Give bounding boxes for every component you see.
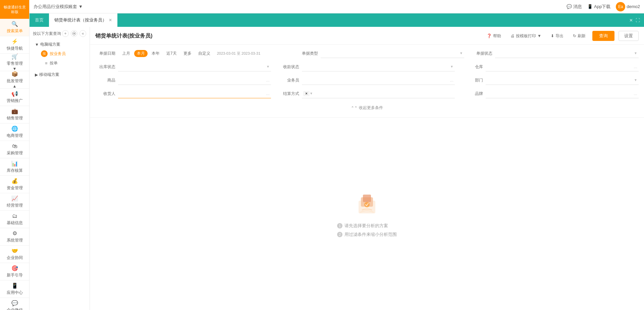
- sidebar-item-retail[interactable]: 🛒 零售管理 ▼: [0, 54, 29, 71]
- add-scheme-btn[interactable]: +: [62, 30, 69, 37]
- collapse-label: 收起更多条件: [359, 105, 383, 111]
- date-btn-lastmonth[interactable]: 上月: [119, 50, 133, 57]
- scheme-child-salesperson[interactable]: 按 按业务员: [33, 49, 86, 59]
- wholesale-arrow: ▲: [13, 84, 17, 89]
- retail-icon: 🛒: [11, 53, 18, 60]
- sidebar-item-appcenter[interactable]: 📱 应用中心: [0, 280, 29, 298]
- scheme-child-order[interactable]: ≡ 按单: [33, 59, 86, 68]
- date-btn-custom[interactable]: 自定义: [196, 50, 213, 57]
- tab-home[interactable]: 首页: [30, 13, 49, 27]
- sidebar-item-basic-label: 基础信息: [7, 220, 23, 226]
- empty-tips: 1 请先选择要分析的方案 2 用过滤条件来缩小分析范围: [337, 223, 397, 238]
- sidebar-item-inventory[interactable]: 📊 库存核算: [0, 158, 29, 176]
- consignee-input[interactable]: [119, 91, 266, 97]
- app-name-dropdown[interactable]: 办公用品行业模拟账套 ▼: [34, 4, 83, 10]
- payment-control[interactable]: ▼: [302, 62, 455, 71]
- edit-scheme-btn[interactable]: [71, 30, 77, 37]
- settlement-control[interactable]: × ▼: [302, 89, 455, 98]
- tip-text-1: 请先选择要分析的方案: [344, 223, 388, 229]
- tab-sales-stats-label: 销货单统计表（按业务员）: [54, 17, 107, 23]
- sidebar-item-wholesale-label: 批发管理: [7, 78, 23, 84]
- main-area: 办公用品行业模拟账套 ▼ 💬 消息 📱 App下载 Ea demo2 首页 销货…: [30, 0, 644, 310]
- brand-more[interactable]: …: [634, 92, 637, 96]
- scheme-parent-pc[interactable]: ▼ 电脑端方案: [33, 40, 86, 49]
- scheme-section-pc: ▼ 电脑端方案 按 按业务员 ≡ 按单: [30, 39, 90, 69]
- salesperson-control[interactable]: …: [302, 75, 455, 85]
- app-download-label: App下载: [594, 4, 610, 10]
- scheme-parent-mobile[interactable]: ▶ 移动端方案: [33, 70, 86, 79]
- product-label: 商品: [95, 78, 118, 83]
- collapse-panel-btn[interactable]: «: [79, 30, 86, 37]
- date-range-text: 2023-03-01 至 2023-03-31: [217, 51, 261, 56]
- date-btn-thismonth[interactable]: 本月: [134, 50, 148, 57]
- query-btn[interactable]: 查询: [592, 31, 614, 41]
- print-dropdown-arrow: ▼: [537, 34, 541, 38]
- settlement-label: 结算方式: [279, 91, 302, 97]
- app-download-btn[interactable]: 📱 App下载: [587, 4, 610, 10]
- department-arrow: ▼: [634, 78, 637, 82]
- export-btn[interactable]: ⬇ 导出: [548, 32, 566, 40]
- tab-close-icon[interactable]: ✕: [109, 18, 112, 22]
- finance-icon: 💰: [11, 178, 18, 184]
- date-btn-7days[interactable]: 近7天: [164, 50, 179, 57]
- tip-num-1: 1: [337, 223, 342, 228]
- outbound-arrow: ▼: [266, 65, 270, 68]
- warehouse-more[interactable]: …: [634, 65, 637, 69]
- sidebar-item-enterprise[interactable]: 🤝 企业协同: [0, 246, 29, 263]
- maximize-icon[interactable]: ⛶: [636, 18, 640, 23]
- sidebar-item-system[interactable]: ⚙ 系统管理: [0, 228, 29, 246]
- outbound-control[interactable]: ▼: [118, 62, 271, 71]
- sidebar-item-finance-label: 资金管理: [7, 185, 23, 191]
- salesperson-more[interactable]: …: [450, 78, 453, 82]
- settlement-arrow: ▼: [310, 92, 313, 95]
- template-print-btn[interactable]: 🖨 按模板打印 ▼: [508, 32, 544, 40]
- help-btn[interactable]: ❓ 帮助: [484, 32, 504, 40]
- newuser-icon: 🎯: [11, 265, 18, 271]
- sidebar-item-finance[interactable]: 💰 资金管理: [0, 176, 29, 193]
- sidebar-item-ecommerce[interactable]: 🌐 电商管理: [0, 123, 29, 141]
- warehouse-control[interactable]: …: [486, 62, 639, 71]
- product-control[interactable]: …: [118, 75, 271, 85]
- sidebar-item-sales[interactable]: 💼 销售管理: [0, 106, 29, 123]
- salesperson-label: 业务员: [279, 78, 302, 83]
- consignee-more[interactable]: …: [266, 92, 270, 96]
- sidebar-item-quicknav[interactable]: ⚡ 快捷导航: [0, 36, 29, 54]
- minimize-icon[interactable]: ✕: [629, 18, 633, 23]
- date-btn-more[interactable]: 更多: [181, 50, 194, 57]
- date-btn-thisyear[interactable]: 本年: [149, 50, 162, 57]
- refresh-btn[interactable]: ↻ 刷新: [570, 32, 588, 40]
- sidebar-item-wechat[interactable]: 💬 企业微信: [0, 298, 29, 310]
- sidebar-item-marketing[interactable]: 📢 营销推广: [0, 89, 29, 106]
- sidebar-item-operations[interactable]: 📈 经营管理: [0, 193, 29, 211]
- product-more[interactable]: …: [266, 78, 270, 82]
- topbar: 办公用品行业模拟账套 ▼ 💬 消息 📱 App下载 Ea demo2: [30, 0, 644, 13]
- left-panel-icons: + «: [62, 30, 86, 37]
- sidebar-item-wholesale[interactable]: 📦 批发管理 ▲: [0, 71, 29, 89]
- sidebar-item-purchase[interactable]: 🛍 采购管理: [0, 141, 29, 158]
- sidebar-item-search[interactable]: 🔍 搜索菜单: [0, 19, 29, 36]
- sidebar-item-marketing-label: 营销推广: [7, 98, 23, 104]
- department-control[interactable]: ▼: [486, 75, 639, 85]
- sidebar-item-basic[interactable]: 🗂 基础信息: [0, 211, 29, 228]
- tab-sales-stats[interactable]: 销货单统计表（按业务员） ✕: [49, 13, 117, 27]
- message-btn[interactable]: 💬 消息: [567, 4, 582, 10]
- settlement-tag-close[interactable]: ×: [305, 91, 308, 96]
- scheme-child-order-label: 按单: [50, 60, 58, 66]
- topbar-dropdown-arrow: ▼: [78, 4, 83, 9]
- settings-btn[interactable]: 设置: [619, 31, 639, 41]
- sidebar-item-newuser[interactable]: 🎯 新手引导: [0, 263, 29, 280]
- consignee-control[interactable]: …: [118, 89, 271, 98]
- collapse-filters-btn[interactable]: ⌃⌃ 收起更多条件: [95, 102, 639, 113]
- inventory-icon: 📊: [11, 160, 18, 167]
- brand-control[interactable]: …: [486, 89, 639, 98]
- order-type-control[interactable]: ▼: [321, 49, 464, 58]
- avatar: Ea: [616, 2, 625, 11]
- export-label: 导出: [555, 33, 564, 39]
- order-status-control[interactable]: ▼: [495, 49, 639, 58]
- brand-label: 品牌: [463, 91, 486, 97]
- page-actions: ❓ 帮助 🖨 按模板打印 ▼ ⬇ 导出 ↻ 刷新: [484, 31, 639, 41]
- user-menu[interactable]: Ea demo2: [616, 2, 640, 11]
- sidebar-item-sales-label: 销售管理: [7, 115, 23, 121]
- help-label: 帮助: [493, 33, 501, 39]
- tip-num-2: 2: [337, 232, 342, 237]
